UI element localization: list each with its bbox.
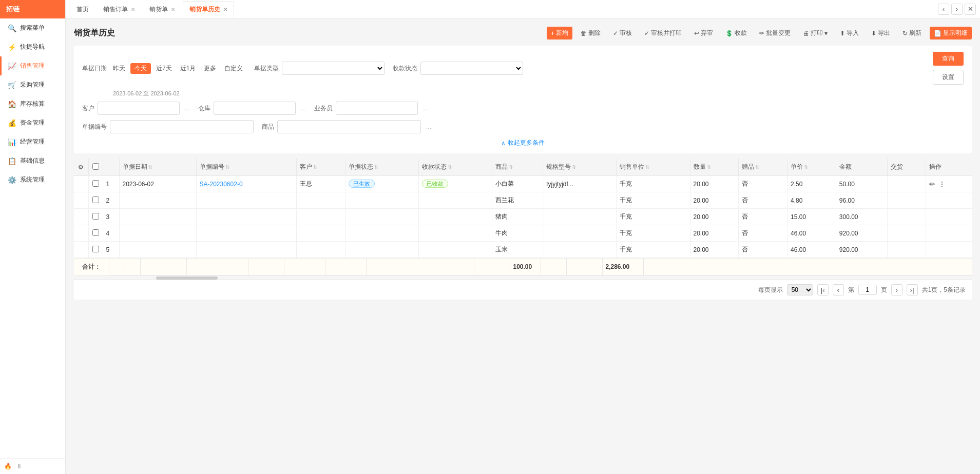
tab-sales-goods[interactable]: 销货单 ✕	[143, 1, 182, 17]
date-btn-custom[interactable]: 自定义	[221, 63, 246, 74]
sidebar-bottom-icon1[interactable]: 🔥	[4, 463, 12, 470]
doc-no-sort-icon: ⇅	[225, 164, 229, 170]
filter-row-2: 客户 ... 仓库 ... 业务员 ...	[82, 102, 964, 115]
row-checkbox-3[interactable]	[92, 229, 99, 236]
sidebar-item-ops-mgmt[interactable]: 📊 经营管理	[0, 132, 65, 151]
sidebar-item-sales-mgmt[interactable]: 📈 销售管理	[0, 56, 65, 75]
tab-sales-order-close[interactable]: ✕	[131, 7, 135, 12]
filter-warehouse-suffix[interactable]: ...	[299, 105, 306, 112]
filter-date-item: 单据日期 昨天 今天 近7天 近1月 更多 自定义	[82, 63, 246, 74]
more-icon[interactable]: ⋮	[938, 180, 946, 188]
import-button[interactable]: ⬆ 导入	[836, 27, 863, 40]
page-first-btn[interactable]: |‹	[817, 284, 829, 295]
show-detail-button[interactable]: 📄 显示明细	[930, 27, 972, 40]
collapse-button[interactable]: ∧ 收起更多条件	[501, 139, 545, 147]
filter-docno-input[interactable]	[110, 120, 254, 133]
sidebar-item-sys-mgmt[interactable]: ⚙️ 系统管理	[0, 170, 65, 189]
col-pay-status[interactable]: 收款状态⇅	[419, 159, 492, 176]
sidebar-item-search-menu[interactable]: 🔍 搜索菜单	[0, 18, 65, 37]
filter-row-3: 单据编号 商品 ...	[82, 120, 964, 133]
row-checkbox-1[interactable]	[92, 196, 99, 203]
approve-icon: ✓	[613, 30, 618, 37]
tab-sales-history[interactable]: 销货单历史 ✕	[183, 1, 234, 17]
tab-close-all[interactable]: ✕	[965, 4, 976, 15]
filter-pay-status-select[interactable]	[420, 62, 523, 75]
filter-warehouse-input[interactable]	[214, 102, 296, 115]
tab-scroll-right[interactable]: ›	[951, 4, 963, 15]
tab-sales-goods-close[interactable]: ✕	[171, 7, 175, 12]
filter-goods-suffix[interactable]: ...	[424, 123, 431, 130]
select-all-checkbox[interactable]	[92, 163, 99, 170]
row-checkbox-2[interactable]	[92, 213, 99, 220]
page-input[interactable]	[858, 285, 877, 295]
row-checkbox-0[interactable]	[92, 180, 99, 187]
filter-docno-label: 单据编号	[82, 123, 107, 131]
filter-date-range: 2023-06-02 至 2023-06-02	[113, 90, 964, 97]
sidebar-item-label: 系统管理	[20, 175, 45, 184]
tab-sales-order[interactable]: 销售订单 ✕	[97, 1, 142, 17]
col-gift[interactable]: 赠品⇅	[739, 159, 787, 176]
sidebar-bottom-icon2[interactable]: ⏸	[16, 463, 22, 470]
page-size-select[interactable]: 50 100	[787, 284, 813, 295]
sidebar-item-base-info[interactable]: 📋 基础信息	[0, 151, 65, 170]
col-checkbox	[88, 159, 103, 176]
filter-goods-input[interactable]	[277, 120, 421, 133]
horizontal-scrollbar[interactable]	[74, 275, 972, 280]
print-button[interactable]: 🖨 打印 ▾	[799, 27, 832, 40]
page-next-btn[interactable]: ›	[891, 284, 902, 295]
approve-button[interactable]: ✓ 审核	[609, 27, 636, 40]
scrollbar-thumb[interactable]	[156, 276, 218, 280]
main-area: 首页 销售订单 ✕ 销货单 ✕ 销货单历史 ✕ ‹ › ✕ 销货单历史 + 新	[66, 0, 980, 474]
edit-icon[interactable]: ✏	[929, 180, 935, 188]
sidebar-item-finance-mgmt[interactable]: 💰 资金管理	[0, 113, 65, 132]
doc-date-sort-icon: ⇅	[148, 164, 152, 170]
col-action: 操作	[926, 159, 972, 176]
filter-salesperson-suffix[interactable]: ...	[421, 105, 428, 112]
filter-customer-suffix[interactable]: ...	[183, 105, 190, 112]
abandon-button[interactable]: ↩ 弃审	[690, 27, 717, 40]
batch-change-button[interactable]: ✏ 批量变更	[755, 27, 795, 40]
page-last-btn[interactable]: ›|	[907, 284, 918, 295]
col-goods[interactable]: 商品⇅	[492, 159, 543, 176]
col-settings[interactable]: ⚙	[74, 159, 88, 176]
date-btn-yesterday[interactable]: 昨天	[110, 63, 128, 74]
col-unit-price[interactable]: 单价⇅	[787, 159, 836, 176]
row-checkbox-4[interactable]	[92, 246, 99, 252]
doc-no-link[interactable]: SA-20230602-0	[200, 181, 243, 188]
col-unit[interactable]: 销售单位⇅	[617, 159, 690, 176]
tab-scroll-left[interactable]: ‹	[938, 4, 949, 15]
sidebar-item-label: 库存核算	[20, 100, 45, 108]
col-doc-no[interactable]: 单据编号⇅	[196, 159, 297, 176]
refresh-button[interactable]: ↻ 刷新	[898, 27, 926, 40]
col-doc-status[interactable]: 单据状态⇅	[345, 159, 419, 176]
tab-sales-history-close[interactable]: ✕	[223, 7, 227, 12]
table-row: 5玉米千克20.00否46.00920.00	[74, 242, 972, 258]
col-qty[interactable]: 数量⇅	[690, 159, 739, 176]
collect-button[interactable]: 💲 收款	[721, 27, 751, 40]
export-button[interactable]: ⬇ 导出	[867, 27, 894, 40]
page-prev-btn[interactable]: ‹	[833, 284, 844, 295]
filter-doc-type-select[interactable]	[282, 62, 385, 75]
date-btn-today[interactable]: 今天	[130, 63, 151, 74]
sidebar-item-quick-nav[interactable]: ⚡ 快捷导航	[0, 37, 65, 56]
tab-home[interactable]: 首页	[70, 1, 95, 17]
date-btn-more[interactable]: 更多	[201, 63, 219, 74]
setting-button[interactable]: 设置	[933, 70, 964, 85]
filter-salesperson-input[interactable]	[336, 102, 418, 115]
date-btn-7days[interactable]: 近7天	[153, 63, 175, 74]
approve-print-button[interactable]: ✓ 审核并打印	[640, 27, 686, 40]
date-btn-1month[interactable]: 近1月	[177, 63, 199, 74]
abandon-icon: ↩	[694, 30, 699, 37]
col-spec[interactable]: 规格型号⇅	[543, 159, 617, 176]
new-button[interactable]: + 新增	[547, 27, 572, 40]
col-customer[interactable]: 客户⇅	[297, 159, 345, 176]
sidebar-item-inventory-calc[interactable]: 🏠 库存核算	[0, 94, 65, 113]
filter-customer-label: 客户	[82, 104, 94, 113]
filter-customer-input[interactable]	[98, 102, 180, 115]
col-doc-date[interactable]: 单据日期⇅	[119, 159, 196, 176]
delete-button[interactable]: 🗑 删除	[577, 27, 605, 40]
search-button[interactable]: 查询	[933, 52, 964, 66]
table-row: 2西兰花千克20.00否4.8096.00	[74, 192, 972, 209]
sidebar-item-purchase-mgmt[interactable]: 🛒 采购管理	[0, 75, 65, 94]
tab-sales-order-label: 销售订单	[103, 5, 128, 14]
